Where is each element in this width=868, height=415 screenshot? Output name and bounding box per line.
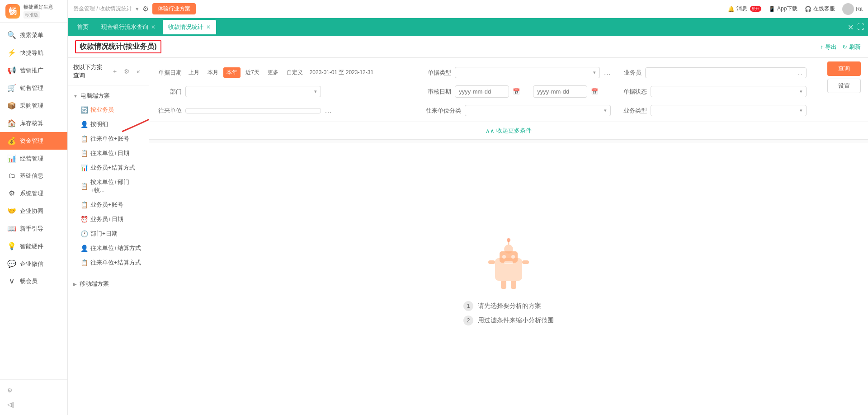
sales-icon: 🛒 bbox=[7, 84, 16, 92]
date-tab-this-month[interactable]: 本月 bbox=[204, 67, 222, 78]
svg-rect-7 bbox=[522, 260, 529, 264]
svg-point-3 bbox=[502, 255, 506, 259]
chart-icon: 📊 bbox=[80, 164, 88, 171]
scheme-item-label: 往来单位+账号 bbox=[90, 135, 129, 143]
sidebar-item-sales[interactable]: 🛒 销售管理 bbox=[0, 79, 67, 97]
scheme-item-counterpart-dept[interactable]: 📋 按来单位+部门+收... bbox=[68, 175, 149, 198]
sidebar-item-marketing[interactable]: 📢 营销推广 bbox=[0, 61, 67, 79]
tab-home[interactable]: 首页 bbox=[71, 23, 94, 31]
tab-collection-close[interactable]: ✕ bbox=[206, 24, 211, 30]
settings-button[interactable]: ⚙ bbox=[142, 5, 149, 13]
scheme-item-salesperson[interactable]: 🔄 按业务员 bbox=[68, 103, 149, 117]
user-area[interactable]: Rit bbox=[842, 3, 863, 15]
review-date-start[interactable] bbox=[455, 85, 509, 98]
notification-btn[interactable]: 🔔 消息 99+ bbox=[728, 5, 761, 13]
sidebar-item-wechat[interactable]: 💬 企业微信 bbox=[0, 255, 67, 273]
member-icon: V bbox=[7, 278, 16, 285]
sidebar-item-label: 销售管理 bbox=[20, 84, 43, 92]
sidebar-item-purchase[interactable]: 📦 采购管理 bbox=[0, 97, 67, 114]
sidebar-item-finance[interactable]: 💰 资金管理 bbox=[0, 132, 67, 150]
scheme-item-salesperson-account[interactable]: 📋 业务员+账号 bbox=[68, 198, 149, 212]
online-service-btn[interactable]: 🎧 在线客服 bbox=[805, 5, 835, 13]
app-name: 畅捷通好生意 bbox=[24, 4, 53, 10]
scheme-add-btn[interactable]: + bbox=[110, 66, 120, 76]
settings-bottom[interactable]: ⚙ bbox=[0, 383, 67, 397]
scheme-item-salesperson-date[interactable]: ⏰ 业务员+日期 bbox=[68, 212, 149, 226]
sidebar-item-guide[interactable]: 📖 新手引导 bbox=[0, 220, 67, 237]
scheme-item-dept-date[interactable]: 🕐 部门+日期 bbox=[68, 226, 149, 241]
collapse-sidebar[interactable]: ◁‖ bbox=[0, 397, 67, 411]
review-date-end[interactable] bbox=[533, 85, 587, 98]
refresh-button[interactable]: ↻ 刷新 bbox=[842, 43, 861, 51]
scheme-group-desktop-title[interactable]: ▼ 电脑端方案 bbox=[68, 89, 149, 103]
sidebar-item-enterprise[interactable]: 🤝 企业协同 bbox=[0, 202, 67, 220]
empty-illustration bbox=[479, 233, 538, 292]
tab-cashflow[interactable]: 现金银行流水查询 ✕ bbox=[96, 20, 161, 34]
sidebar-item-basic[interactable]: 🗂 基础信息 bbox=[0, 167, 67, 184]
scheme-header-actions: + ⚙ « bbox=[110, 66, 143, 76]
enterprise-icon: 🤝 bbox=[7, 207, 16, 215]
top-bar-right: 🔔 消息 99+ 📱 App下载 🎧 在线客服 Rit bbox=[728, 3, 863, 15]
app-download-btn[interactable]: 📱 App下载 bbox=[769, 5, 797, 13]
biz-type-select[interactable]: ▾ bbox=[651, 105, 807, 116]
tab-collection[interactable]: 收款情况统计 ✕ bbox=[163, 20, 216, 34]
system-icon: ⚙ bbox=[7, 189, 16, 198]
sidebar-item-operations[interactable]: 📊 经营管理 bbox=[0, 150, 67, 167]
sidebar-item-label: 新手引导 bbox=[20, 225, 43, 233]
counterpart-select[interactable] bbox=[185, 108, 321, 113]
expand-arrow2-icon: ▶ bbox=[73, 282, 77, 287]
empty-tip-1: 1 请先选择要分析的方案 bbox=[463, 301, 554, 311]
scheme-collapse-btn[interactable]: « bbox=[133, 66, 143, 76]
date-tab-custom[interactable]: 自定义 bbox=[283, 67, 306, 78]
chevron-salesperson-icon: … bbox=[797, 70, 802, 75]
empty-state: 1 请先选择要分析的方案 2 用过滤条件来缩小分析范围 bbox=[149, 143, 868, 415]
svg-rect-9 bbox=[511, 281, 516, 289]
date-tab-7days[interactable]: 近7天 bbox=[242, 67, 263, 78]
collapse-bar[interactable]: ∧∧ 收起更多条件 bbox=[149, 122, 868, 140]
salesperson-select[interactable]: … bbox=[645, 67, 807, 78]
trial-button[interactable]: 体验行业方案 bbox=[152, 3, 196, 14]
chevron-dept-icon: ▾ bbox=[314, 89, 317, 94]
doc-type-more-icon[interactable]: … bbox=[604, 69, 611, 77]
scheme-item-counterpart-payment[interactable]: 👤 往来单位+结算方式 bbox=[68, 241, 149, 255]
tab-bar-right: ✕ ⛶ bbox=[848, 23, 864, 32]
scheme-group-mobile-title[interactable]: ▶ 移动端方案 bbox=[68, 277, 149, 291]
scheme-item-counterpart-account[interactable]: 📋 往来单位+账号 bbox=[68, 132, 149, 146]
scheme-item-counterpart-payment2[interactable]: 📋 往来单位+结算方式 bbox=[68, 255, 149, 270]
tip-num-1: 1 bbox=[463, 301, 473, 311]
sidebar-item-system[interactable]: ⚙ 系统管理 bbox=[0, 184, 67, 202]
date-tab-last-month[interactable]: 上月 bbox=[185, 67, 203, 78]
version-badge: 标准版 bbox=[24, 11, 40, 19]
sidebar-item-hardware[interactable]: 💡 智能硬件 bbox=[0, 237, 67, 255]
tab-cashflow-close[interactable]: ✕ bbox=[151, 24, 156, 30]
counterpart-type-select[interactable]: ▾ bbox=[465, 105, 611, 116]
query-button[interactable]: 查询 bbox=[827, 61, 861, 76]
doc-type-select[interactable]: ▾ bbox=[455, 67, 600, 78]
scheme-item-salesperson-payment[interactable]: 📊 业务员+结算方式 bbox=[68, 160, 149, 175]
scheme-item-counterpart-date[interactable]: 📋 往来单位+日期 bbox=[68, 146, 149, 160]
window-close-icon[interactable]: ✕ bbox=[848, 23, 854, 32]
collapse-label: 收起更多条件 bbox=[496, 127, 532, 135]
doc-status-select[interactable]: ▾ bbox=[651, 86, 807, 97]
calendar-start-icon[interactable]: 📅 bbox=[513, 88, 520, 95]
scheme-item-label: 业务员+结算方式 bbox=[90, 164, 135, 172]
date-label: 单据日期 bbox=[156, 69, 182, 77]
export-button[interactable]: ↑ 导出 bbox=[821, 43, 837, 51]
add-icon: + bbox=[113, 68, 117, 75]
scheme-item-detail[interactable]: 👤 按明细 bbox=[68, 117, 149, 132]
chevron-ctype-icon: ▾ bbox=[604, 108, 607, 113]
sidebar-item-member[interactable]: V 畅会员 bbox=[0, 273, 67, 290]
window-maximize-icon[interactable]: ⛶ bbox=[857, 23, 864, 31]
dept-select[interactable]: ▾ bbox=[185, 86, 321, 97]
counterpart-more-icon[interactable]: … bbox=[325, 107, 332, 115]
setting-button[interactable]: 设置 bbox=[827, 79, 861, 93]
calendar-end-icon[interactable]: 📅 bbox=[591, 88, 598, 95]
date-tab-this-year[interactable]: 本年 bbox=[223, 67, 241, 78]
date-tab-more[interactable]: 更多 bbox=[264, 67, 282, 78]
sidebar-item-search[interactable]: 🔍 搜索菜单 bbox=[0, 26, 67, 44]
sidebar-item-inventory[interactable]: 🏠 库存核算 bbox=[0, 114, 67, 132]
sidebar-item-quick-nav[interactable]: ⚡ 快捷导航 bbox=[0, 44, 67, 61]
content-area: 按以下方案查询 + ⚙ « bbox=[68, 58, 868, 415]
scheme-item-label: 往来单位+结算方式 bbox=[90, 244, 141, 252]
scheme-setting-btn[interactable]: ⚙ bbox=[122, 66, 132, 76]
